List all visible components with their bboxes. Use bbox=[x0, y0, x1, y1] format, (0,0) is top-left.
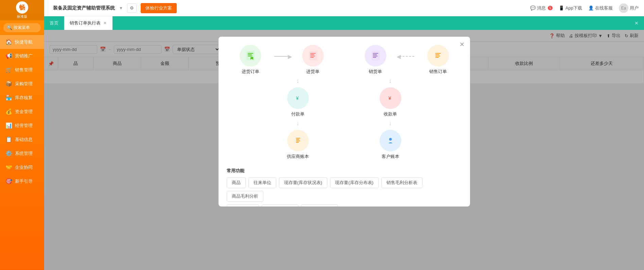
arrow-purchase-order-to-bill: ▶ bbox=[274, 56, 289, 64]
svg-rect-16 bbox=[435, 54, 439, 55]
sidebar-nav: 🏠 快捷导航 📢 营销推广 🛒 销售管理 📦 采购管理 🏪 库存核算 💰 资金管… bbox=[0, 35, 44, 270]
svg-rect-3 bbox=[248, 56, 253, 56]
sidebar-logo-icon: 畅 bbox=[16, 1, 28, 14]
message-badge: 5 bbox=[548, 6, 553, 10]
search-menu-button[interactable]: 🔍 搜索菜单 bbox=[3, 23, 41, 32]
supplier-ledger-label: 供应商账本 bbox=[287, 154, 309, 160]
flow-item-purchase-bill[interactable]: 进货单 bbox=[289, 45, 337, 75]
sidebar-item-basic-info[interactable]: 📋 基础信息 bbox=[0, 132, 44, 146]
sales-bill-label: 销货单 bbox=[369, 69, 382, 75]
sidebar-item-quick-nav-label: 快捷导航 bbox=[15, 39, 33, 45]
tab-sales-order[interactable]: 销售订单执行表 ✕ bbox=[64, 16, 112, 30]
supplier-ledger-icon bbox=[287, 130, 309, 151]
sidebar-item-operations[interactable]: 📊 经营管理 bbox=[0, 119, 44, 132]
sidebar-item-quick-nav[interactable]: 🏠 快捷导航 bbox=[0, 35, 44, 49]
func-btn-payment-stats[interactable]: 付款情况统计 bbox=[301, 204, 338, 206]
sidebar: 畅 标准版 🔍 搜索菜单 🏠 快捷导航 📢 营销推广 🛒 销售管理 📦 采购管理… bbox=[0, 0, 44, 270]
handshake-icon: 🤝 bbox=[5, 164, 12, 170]
svg-rect-5 bbox=[310, 53, 316, 54]
svg-rect-25 bbox=[296, 139, 299, 140]
purchase-bill-icon bbox=[302, 45, 324, 67]
target-icon: 🎯 bbox=[5, 178, 12, 184]
sidebar-item-inventory[interactable]: 🏪 库存核算 bbox=[0, 91, 44, 105]
flow-item-customer-ledger[interactable]: 客户账本 bbox=[367, 130, 414, 160]
flow-item-purchase-order[interactable]: 进货订单 bbox=[227, 45, 274, 75]
flow-row-1: 进货订单 ▶ 进货单 bbox=[227, 45, 462, 75]
tab-close-icon[interactable]: ✕ bbox=[103, 21, 107, 25]
svg-rect-24 bbox=[296, 138, 300, 139]
sidebar-item-marketing-label: 营销推广 bbox=[15, 53, 33, 59]
svg-rect-6 bbox=[310, 54, 314, 55]
sales-order-icon bbox=[427, 45, 449, 67]
purchase-order-icon bbox=[240, 45, 261, 67]
func-btn-product[interactable]: 商品 bbox=[227, 177, 246, 188]
svg-text:¥: ¥ bbox=[296, 95, 299, 101]
sales-order-label: 销售订单 bbox=[429, 69, 447, 75]
money-icon: 💰 bbox=[5, 108, 12, 115]
svg-rect-8 bbox=[310, 57, 314, 58]
sidebar-item-marketing[interactable]: 📢 营销推广 bbox=[0, 49, 44, 63]
sales-bill-icon bbox=[365, 45, 386, 67]
megaphone-icon: 📢 bbox=[5, 53, 12, 59]
svg-rect-2 bbox=[248, 54, 252, 55]
modal-close-button[interactable]: ✕ bbox=[459, 41, 465, 48]
sidebar-item-purchase-label: 采购管理 bbox=[15, 81, 33, 87]
func-btn-product-margin[interactable]: 商品毛利分析 bbox=[227, 191, 263, 202]
sidebar-item-system[interactable]: ⚙️ 系统管理 bbox=[0, 146, 44, 160]
tab-home[interactable]: 首页 bbox=[44, 16, 64, 30]
sidebar-item-enterprise-label: 企业协同 bbox=[15, 164, 33, 170]
sidebar-item-operations-label: 经营管理 bbox=[15, 123, 33, 129]
payment-bill-icon: ¥ bbox=[287, 87, 309, 109]
svg-rect-10 bbox=[373, 53, 378, 54]
message-button[interactable]: 💬 消息 5 bbox=[530, 5, 553, 11]
flow-item-sales-order[interactable]: 销售订单 bbox=[414, 45, 462, 75]
tab-bar: 首页 销售订单执行表 ✕ ✕ bbox=[44, 16, 644, 30]
sidebar-item-finance-label: 资金管理 bbox=[15, 109, 33, 115]
func-btn-inventory-status[interactable]: 现存量(库存状况表) bbox=[279, 177, 328, 188]
sidebar-item-sales[interactable]: 🛒 销售管理 bbox=[0, 63, 44, 77]
system-title: 装备及固定资产辅助管理系统 bbox=[53, 5, 115, 11]
sidebar-item-basic-info-label: 基础信息 bbox=[15, 137, 33, 143]
modal-overlay[interactable]: ✕ 进货订单 ▶ bbox=[44, 30, 644, 270]
svg-rect-13 bbox=[373, 57, 376, 58]
svg-rect-18 bbox=[435, 57, 439, 58]
svg-rect-11 bbox=[373, 54, 377, 55]
arrow-sales-order-to-bill: ◀ bbox=[399, 56, 414, 64]
flow-diagram: 进货订单 ▶ 进货单 bbox=[227, 45, 462, 160]
search-menu-label: 搜索菜单 bbox=[14, 25, 30, 31]
flow-row-2: ↓ ↓ bbox=[227, 77, 462, 85]
sidebar-item-finance[interactable]: 💰 资金管理 bbox=[0, 105, 44, 119]
sidebar-item-enterprise[interactable]: 🤝 企业协同 bbox=[0, 160, 44, 174]
customer-ledger-label: 客户账本 bbox=[382, 154, 399, 160]
flow-item-sales-bill[interactable]: 销货单 bbox=[352, 45, 399, 75]
tab-bar-close-icon[interactable]: ✕ bbox=[634, 20, 639, 26]
function-buttons-row-1: 商品 往来单位 现存量(库存状况表) 现存量(库存分布表) 销售毛利分析表 商品… bbox=[227, 177, 462, 202]
svg-rect-12 bbox=[373, 56, 378, 56]
settings-icon[interactable]: ⚙ bbox=[127, 3, 137, 13]
online-service-button[interactable]: 👤 在线客服 bbox=[588, 5, 613, 11]
func-btn-sales-ranking[interactable]: 销售排行榜 bbox=[227, 204, 259, 206]
svg-rect-27 bbox=[296, 142, 299, 143]
func-btn-counterpart[interactable]: 往来单位 bbox=[248, 177, 276, 188]
user-menu[interactable]: Ea 用户 bbox=[619, 3, 639, 13]
system-dropdown-icon[interactable]: ▼ bbox=[119, 6, 123, 11]
func-btn-inventory-distribution[interactable]: 现存量(库存分布表) bbox=[330, 177, 379, 188]
arrow-down-receipt-bill: ↓ bbox=[389, 120, 392, 127]
flow-item-payment-bill[interactable]: ¥ 付款单 bbox=[274, 87, 322, 117]
func-btn-sales-margin[interactable]: 销售毛利分析表 bbox=[381, 177, 422, 188]
modal-dialog: ✕ 进货订单 ▶ bbox=[219, 37, 470, 206]
experience-button[interactable]: 体验行业方案 bbox=[141, 3, 177, 13]
purchase-order-label: 进货订单 bbox=[242, 69, 259, 75]
purchase-bill-label: 进货单 bbox=[306, 69, 319, 75]
sidebar-item-newbie[interactable]: 🎯 新手引导 bbox=[0, 174, 44, 188]
func-btn-receipt-stats[interactable]: 收款情况统计 bbox=[262, 204, 298, 206]
gear-icon: ⚙️ bbox=[5, 150, 12, 157]
flow-row-4: ↓ ↓ bbox=[227, 120, 462, 127]
flow-item-supplier-ledger[interactable]: 供应商账本 bbox=[274, 130, 322, 160]
svg-text:¥: ¥ bbox=[388, 95, 391, 101]
app-download-button[interactable]: 📱 App下载 bbox=[559, 5, 582, 11]
svg-rect-15 bbox=[435, 53, 441, 54]
sidebar-item-purchase[interactable]: 📦 采购管理 bbox=[0, 77, 44, 91]
tab-home-label: 首页 bbox=[50, 20, 58, 26]
flow-item-receipt-bill[interactable]: ¥ 收款单 bbox=[367, 87, 414, 117]
